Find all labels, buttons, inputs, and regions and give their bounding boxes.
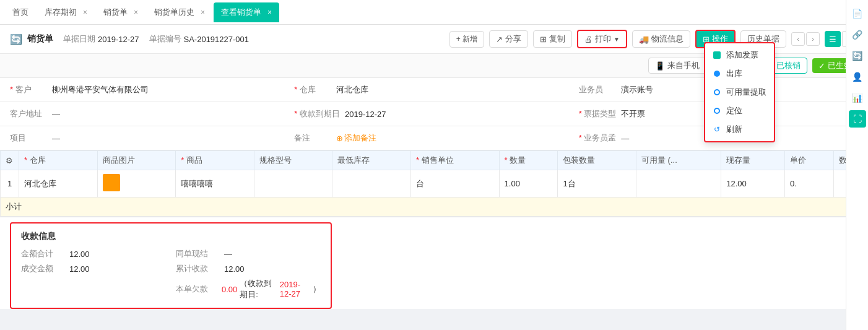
available-qty-icon xyxy=(713,88,721,97)
col-current-stock: 现存量 xyxy=(721,151,785,170)
subtotal-row: 小计 xyxy=(1,198,868,217)
row-available xyxy=(636,170,721,198)
locate-icon xyxy=(713,106,721,115)
close-inventory-init-tab[interactable]: × xyxy=(83,8,87,17)
col-settings[interactable]: ⚙ xyxy=(1,151,19,170)
locate-item[interactable]: 定位 xyxy=(705,102,774,120)
col-unit: 销售单位 xyxy=(411,151,500,170)
sidebar-link-icon[interactable]: 🔗 xyxy=(849,26,866,43)
row-image xyxy=(97,170,176,198)
project-field: 项目 — xyxy=(10,132,289,144)
row-product: 嘻嘻嘻嘻 xyxy=(176,170,254,198)
col-warehouse: 仓库 xyxy=(19,151,98,170)
payment-title: 收款信息 xyxy=(21,231,321,242)
copy-icon: ⊞ xyxy=(540,35,547,44)
due-amount-row: 本单欠款 0.00 （收款到期日: 2019-12-27 ） xyxy=(176,278,321,300)
print-button[interactable]: 🖨 打印 ▼ xyxy=(577,30,627,48)
customer-field: 客户 柳州粤港平安气体有限公司 xyxy=(10,84,289,95)
cumulative-row: 累计收款 12.00 xyxy=(176,263,321,274)
prev-button[interactable]: ‹ xyxy=(791,32,805,46)
tab-sales-order-history[interactable]: 销货单历史 × xyxy=(147,2,212,22)
right-sidebar: 📄 🔗 🔄 👤 📊 ⛶ xyxy=(846,0,868,330)
row-current-stock: 12.00 xyxy=(721,170,785,198)
doc-title-section: 🔄 销货单 xyxy=(10,33,53,45)
available-qty-item[interactable]: 可用量提取 xyxy=(705,83,774,102)
mobile-icon: 📱 xyxy=(655,61,665,71)
doc-date: 单据日期 2019-12-27 xyxy=(63,33,139,45)
col-product: 商品 xyxy=(176,151,254,170)
add-invoice-item[interactable]: 添加发票 xyxy=(705,46,774,64)
col-min-stock: 最低库存 xyxy=(332,151,411,170)
note-field: 备注 ⊕ 添加备注 xyxy=(294,132,573,144)
payment-grid: 金额合计 12.00 同单现结 — 成交金额 12.00 累计收款 12.00 … xyxy=(21,248,321,300)
copy-button[interactable]: ⊞ 复制 xyxy=(533,30,572,48)
col-image: 商品图片 xyxy=(97,151,176,170)
add-invoice-icon xyxy=(713,51,721,59)
col-qty: 数量 xyxy=(499,151,558,170)
share-button[interactable]: ↗ 分享 xyxy=(489,30,528,48)
print-dropdown-icon: ▼ xyxy=(614,36,620,43)
total-amount-row: 金额合计 12.00 xyxy=(21,248,166,259)
tab-home[interactable]: 首页 xyxy=(5,2,36,22)
row-qty: 1.00 xyxy=(499,170,558,198)
close-view-sales-order-tab[interactable]: × xyxy=(267,8,272,17)
operations-dropdown: 添加发票 出库 可用量提取 定位 ↺ 刷新 xyxy=(704,42,775,142)
logistics-button[interactable]: 🚚 物流信息 xyxy=(632,30,690,48)
row-index: 1 xyxy=(1,170,19,198)
doc-icon: 🔄 xyxy=(10,33,22,45)
product-table-wrapper: ⚙ 仓库 商品图片 商品 规格型号 最低库存 销售单位 数量 包装数量 可用量 … xyxy=(0,150,868,217)
row-spec xyxy=(254,170,332,198)
transaction-amount-row: 成交金额 12.00 xyxy=(21,263,166,274)
table-row: 1 河北仓库 嘻嘻嘻嘻 台 1.00 1台 12.00 0. xyxy=(1,170,868,198)
refresh-icon: ↺ xyxy=(713,125,721,134)
same-order-row: 同单现结 — xyxy=(176,248,321,259)
list-view-button[interactable]: ☰ xyxy=(825,31,841,47)
product-image xyxy=(103,174,120,191)
close-sales-order-history-tab[interactable]: × xyxy=(201,8,205,17)
sidebar-user-icon[interactable]: 👤 xyxy=(849,68,866,85)
new-button[interactable]: + 新增 xyxy=(449,31,484,48)
print-icon: 🖨 xyxy=(584,35,592,44)
close-sales-order-tab[interactable]: × xyxy=(134,8,138,17)
add-note-button[interactable]: ⊕ 添加备注 xyxy=(336,132,376,144)
refresh-item[interactable]: ↺ 刷新 xyxy=(705,120,774,139)
row-pack-qty: 1台 xyxy=(558,170,636,198)
product-table: ⚙ 仓库 商品图片 商品 规格型号 最低库存 销售单位 数量 包装数量 可用量 … xyxy=(0,150,868,217)
row-warehouse: 河北仓库 xyxy=(19,170,98,198)
doc-header-actions: + 新增 ↗ 分享 ⊞ 复制 🖨 打印 ▼ 🚚 物流信息 xyxy=(449,30,858,48)
payment-section: 收款信息 金额合计 12.00 同单现结 — 成交金额 12.00 累计收款 1… xyxy=(10,222,332,309)
col-available: 可用量 (... xyxy=(636,151,721,170)
payment-date-field: 收款到期日 2019-12-27 xyxy=(294,108,573,119)
from-mobile-btn[interactable]: 📱 来自手机 xyxy=(648,58,706,74)
logistics-icon: 🚚 xyxy=(639,35,649,44)
doc-meta: 单据日期 2019-12-27 单据编号 SA-20191227-001 xyxy=(63,33,249,45)
doc-number: 单据编号 SA-20191227-001 xyxy=(149,33,250,45)
tab-inventory-init[interactable]: 库存期初 × xyxy=(37,2,95,22)
tab-bar: 首页 库存期初 × 销货单 × 销货单历史 × 查看销货单 × × xyxy=(0,0,868,25)
subtotal-label: 小计 xyxy=(1,198,868,217)
address-field: 客户地址 — xyxy=(10,108,289,119)
plus-icon: ⊕ xyxy=(336,134,343,143)
doc-title: 销货单 xyxy=(27,33,53,45)
share-icon: ↗ xyxy=(496,35,503,44)
col-pack-qty: 包装数量 xyxy=(558,151,636,170)
outbound-item[interactable]: 出库 xyxy=(705,64,774,83)
warehouse-field: 仓库 河北仓库 xyxy=(294,84,573,95)
col-price: 单价 xyxy=(784,151,833,170)
sidebar-expand-icon[interactable]: ⛶ xyxy=(849,110,866,128)
row-price: 0. xyxy=(784,170,833,198)
sidebar-doc-icon[interactable]: 📄 xyxy=(849,5,866,22)
row-unit: 台 xyxy=(411,170,500,198)
next-button[interactable]: › xyxy=(806,32,820,46)
effective-icon: ✓ xyxy=(818,61,825,71)
sidebar-chart-icon[interactable]: 📊 xyxy=(849,89,866,106)
col-spec: 规格型号 xyxy=(254,151,332,170)
nav-arrows: ‹ › xyxy=(791,32,820,46)
tab-view-sales-order[interactable]: 查看销货单 × xyxy=(214,2,279,22)
row-min-stock xyxy=(332,170,411,198)
sidebar-refresh-icon[interactable]: 🔄 xyxy=(849,47,866,64)
tab-sales-order[interactable]: 销货单 × xyxy=(96,2,145,22)
outbound-icon xyxy=(713,69,721,78)
